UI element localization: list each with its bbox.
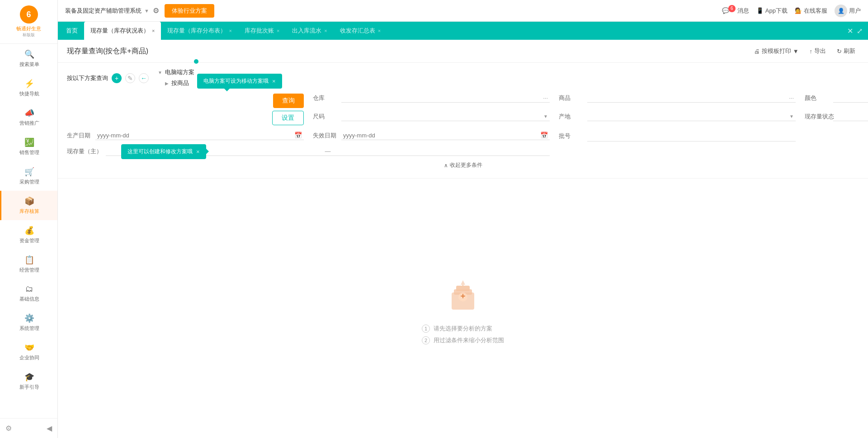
origin-dropdown-icon[interactable]: ▼ [789,114,794,119]
sidebar-label-operation: 经营管理 [19,267,39,273]
scheme-desktop-row: ▼ 电脑端方案 [158,68,194,76]
filter-input-size[interactable] [343,113,543,120]
filter-header: 按以下方案查询 + ✎ ← ▼ 电脑端方案 ▶ 按商品 [67,68,859,88]
sidebar-item-finance[interactable]: 💰 资金管理 [0,220,57,250]
filter-input-stock-status[interactable] [835,113,868,120]
user-btn[interactable]: 👤 用户 [835,5,861,17]
tab-inventory-dist[interactable]: 现存量（库存分布表） × [161,22,238,40]
filter-date-expire: 📅 [341,131,550,140]
collapse-btn[interactable]: ∧ 收起更多条件 [67,158,859,173]
app-download-btn[interactable]: 📱 App下载 [756,7,788,15]
filter-label-size: 尺码 [313,113,338,121]
filter-input-produce-date[interactable] [97,132,294,139]
sidebar-item-marketing[interactable]: 📣 营销推广 [0,103,57,132]
message-label: 消息 [737,7,749,15]
purchase-icon: 🛒 [24,167,34,177]
print-dropdown-icon[interactable]: ▼ [793,48,799,55]
guide-icon: 🎓 [24,372,34,382]
page-header: 现存量查询(按仓库+商品) 🖨 按模板打印 ▼ ↑ 导出 ↻ 刷新 [58,40,868,63]
filter-input-stock-qty-to[interactable] [333,148,548,155]
tab-close-inout-flow[interactable]: × [324,28,327,33]
filter-edit-btn[interactable]: ✎ [125,73,135,83]
tab-home[interactable]: 首页 [60,27,84,35]
tab-close-batch-ledger[interactable]: × [277,28,279,33]
message-badge: 6 [728,5,736,12]
filter-label-stock-qty: 现存量（主） [67,147,102,155]
scheme-item-goods[interactable]: ▶ 按商品 [165,78,194,88]
refresh-label: 刷新 [844,47,855,55]
tab-bar: 首页 现存量（库存状况表） × 现存量（库存分布表） × 库存批次账 × 出入库… [58,22,868,40]
print-icon: 🖨 [754,48,760,55]
tab-inventory-status[interactable]: 现存量（库存状况表） × [84,22,161,40]
header-settings-icon[interactable]: ⚙ [153,6,159,15]
industry-btn[interactable]: 体验行业方案 [165,4,214,18]
tab-close-all-btn[interactable]: ✕ [847,27,853,35]
sidebar-collapse-btn[interactable]: ◀ [47,424,52,433]
tab-batch-ledger[interactable]: 库存批次账 × [238,22,286,40]
tab-close-inventory-dist[interactable]: × [229,28,231,33]
step-num-2: 2 [422,336,430,344]
scheme-desktop-label[interactable]: 电脑端方案 [165,68,194,76]
size-dropdown-icon[interactable]: ▼ [543,114,548,119]
expire-date-calendar-icon[interactable]: 📅 [540,132,548,139]
sidebar-item-basic[interactable]: 🗂 基础信息 [0,279,57,308]
filter-date-produce: 📅 [95,131,304,140]
sidebar-bottom: ⚙ ◀ [0,418,57,438]
message-btn[interactable]: 💬 6 消息 [722,7,749,15]
filter-add-btn[interactable]: + [112,73,122,83]
print-btn[interactable]: 🖨 按模板打印 ▼ [750,45,802,57]
tab-close-collect-send[interactable]: × [378,28,381,33]
sidebar-settings-btn[interactable]: ⚙ [5,424,12,433]
inventory-icon: 📦 [24,196,34,206]
sidebar-label-marketing: 营销推广 [19,120,39,127]
tab-inventory-status-label: 现存量（库存状况表） [90,27,149,35]
tab-expand-btn[interactable]: ⤢ [857,27,863,35]
empty-steps: 1 请先选择要分析的方案 2 用过滤条件来缩小分析范围 [422,325,504,344]
quick-icon: ⚡ [24,79,34,89]
collapse-chevron-icon: ∧ [444,162,448,169]
app-label: App下载 [765,7,788,15]
sidebar-item-enterprise[interactable]: 🤝 企业协同 [0,337,57,367]
filter-dots-goods[interactable]: ··· [789,94,794,101]
system-dropdown-btn[interactable]: ▼ [144,8,149,14]
page-actions: 🖨 按模板打印 ▼ ↑ 导出 ↻ 刷新 [750,45,859,57]
refresh-btn[interactable]: ↻ 刷新 [833,45,859,57]
tab-inout-flow-label: 出入库流水 [292,27,321,35]
sidebar-label-inventory: 库存核算 [19,208,39,215]
sidebar-item-system[interactable]: ⚙️ 系统管理 [0,308,57,337]
service-btn[interactable]: 💁 在线客服 [795,7,827,15]
sidebar-item-inventory[interactable]: 📦 库存核算 [0,191,57,220]
filter-arrow-btn[interactable]: ← [139,73,149,83]
filter-dots-warehouse[interactable]: ··· [543,94,548,101]
sidebar-item-guide[interactable]: 🎓 新手引导 [0,367,57,396]
tooltip-create-scheme: 这里可以创建和修改方案哦 × [121,144,206,159]
query-btn[interactable]: 查询 [273,94,304,108]
tab-collect-send[interactable]: 收发存汇总表 × [334,22,387,40]
sidebar-item-sales[interactable]: 💹 销售管理 [0,132,57,161]
export-label: 导出 [814,47,826,55]
sidebar-item-search[interactable]: 🔍 搜索菜单 [0,44,57,73]
reset-btn[interactable]: 设置 [272,111,304,125]
logo-icon: 6 [20,5,38,24]
filter-input-goods[interactable] [589,94,789,101]
sidebar-logo: 6 畅通好生意 标版版 [0,0,57,44]
tab-inout-flow[interactable]: 出入库流水 × [286,22,333,40]
tooltip1-close-btn[interactable]: × [272,78,276,85]
system-name-text: 装备及固定资产辅助管理系统 [65,7,142,15]
produce-date-calendar-icon[interactable]: 📅 [294,132,302,139]
filter-input-origin[interactable] [589,113,789,120]
filter-input-expire-date[interactable] [343,132,540,139]
filter-input-color[interactable] [835,94,868,101]
sidebar-item-purchase[interactable]: 🛒 采购管理 [0,161,57,191]
filter-field-batch: 批号 [559,131,796,141]
tab-close-inventory-status[interactable]: × [152,28,155,33]
sidebar-item-quick[interactable]: ⚡ 快捷导航 [0,73,57,103]
tooltip2-close-btn[interactable]: × [196,148,200,155]
sidebar-item-operation[interactable]: 📋 经营管理 [0,250,57,279]
filter-input-batch[interactable] [587,131,796,141]
filter-input-warehouse[interactable] [343,94,543,101]
filter-select-size: ▼ [341,112,550,121]
tab-home-label: 首页 [66,27,78,34]
export-btn[interactable]: ↑ 导出 [806,45,830,57]
filter-field-stock-status: 现存量状态 ▼ [805,112,859,121]
